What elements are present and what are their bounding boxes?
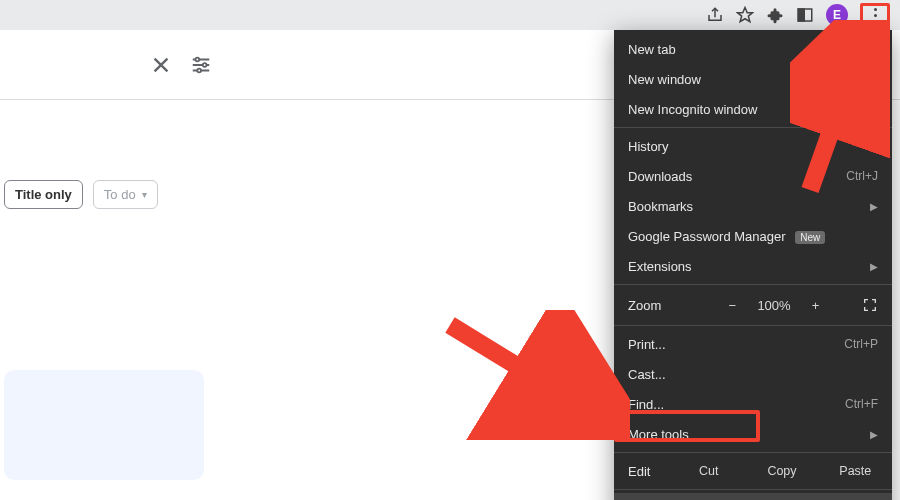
menu-text: Google Password Manager — [628, 229, 786, 244]
chevron-right-icon: ▶ — [870, 141, 878, 152]
menu-item-new-tab[interactable]: New tab Ctrl+T — [614, 34, 892, 64]
menu-label: Find... — [628, 397, 664, 412]
filter-label: To do — [104, 187, 136, 202]
star-icon[interactable] — [736, 6, 754, 24]
content-card — [4, 370, 204, 480]
svg-point-4 — [203, 63, 207, 67]
menu-shortcut: Ctrl+T — [845, 42, 878, 56]
menu-shortcut: Ctrl+P — [844, 337, 878, 351]
chrome-menu-button[interactable] — [860, 3, 890, 27]
menu-label: Extensions — [628, 259, 692, 274]
menu-shortcut: Ctrl+F — [845, 397, 878, 411]
menu-label: Zoom — [628, 298, 686, 313]
new-badge: New — [795, 231, 825, 244]
menu-label: Cast... — [628, 367, 666, 382]
svg-marker-0 — [738, 8, 753, 22]
chrome-menu: New tab Ctrl+T New window Ctrl+N New Inc… — [614, 30, 892, 500]
menu-label: New window — [628, 72, 701, 87]
svg-rect-2 — [798, 9, 804, 21]
menu-shortcut: Ctrl+N — [844, 72, 878, 86]
panel-icon[interactable] — [796, 6, 814, 24]
menu-item-more-tools[interactable]: More tools ▶ — [614, 419, 892, 449]
svg-line-6 — [450, 325, 605, 420]
browser-toolbar: E — [0, 0, 900, 30]
menu-label: New Incognito window — [628, 102, 757, 117]
menu-label: Print... — [628, 337, 666, 352]
menu-item-extensions[interactable]: Extensions ▶ — [614, 251, 892, 281]
menu-item-bookmarks[interactable]: Bookmarks ▶ — [614, 191, 892, 221]
filter-label: Title only — [15, 187, 72, 202]
chevron-right-icon: ▶ — [870, 201, 878, 212]
chevron-down-icon: ▾ — [142, 189, 147, 200]
filter-row: Title only To do ▾ — [4, 180, 158, 209]
fullscreen-icon[interactable] — [862, 297, 878, 313]
menu-label: Bookmarks — [628, 199, 693, 214]
menu-item-settings[interactable]: Settings — [614, 493, 892, 500]
profile-avatar[interactable]: E — [826, 4, 848, 26]
menu-label: Edit — [614, 464, 672, 479]
zoom-in-button[interactable]: + — [807, 298, 825, 313]
filter-title-only[interactable]: Title only — [4, 180, 83, 209]
menu-label: Google Password Manager New — [628, 229, 825, 244]
tune-sliders-icon[interactable] — [190, 54, 212, 76]
edit-paste-button[interactable]: Paste — [819, 464, 892, 478]
menu-separator — [614, 489, 892, 490]
chevron-right-icon: ▶ — [870, 261, 878, 272]
edit-cut-button[interactable]: Cut — [672, 464, 745, 478]
annotation-arrow-settings — [430, 310, 630, 440]
close-icon[interactable] — [150, 54, 172, 76]
menu-item-password-manager[interactable]: Google Password Manager New — [614, 221, 892, 251]
menu-item-zoom: Zoom − 100% + — [614, 288, 892, 322]
menu-label: New tab — [628, 42, 676, 57]
menu-separator — [614, 127, 892, 128]
menu-shortcut: Shift+N — [838, 102, 878, 116]
menu-item-incognito[interactable]: New Incognito window Shift+N — [614, 94, 892, 124]
zoom-value: 100% — [757, 298, 790, 313]
filter-todo-dropdown[interactable]: To do ▾ — [93, 180, 158, 209]
svg-point-3 — [196, 57, 200, 61]
menu-item-find[interactable]: Find... Ctrl+F — [614, 389, 892, 419]
share-icon[interactable] — [706, 6, 724, 24]
chevron-right-icon: ▶ — [870, 429, 878, 440]
menu-item-cast[interactable]: Cast... — [614, 359, 892, 389]
extensions-puzzle-icon[interactable] — [766, 6, 784, 24]
menu-separator — [614, 284, 892, 285]
menu-item-edit: Edit Cut Copy Paste — [614, 456, 892, 486]
menu-separator — [614, 452, 892, 453]
edit-copy-button[interactable]: Copy — [745, 464, 818, 478]
menu-item-new-window[interactable]: New window Ctrl+N — [614, 64, 892, 94]
menu-shortcut: Ctrl+J — [846, 169, 878, 183]
menu-label: History — [628, 139, 668, 154]
zoom-out-button[interactable]: − — [723, 298, 741, 313]
menu-item-print[interactable]: Print... Ctrl+P — [614, 329, 892, 359]
menu-separator — [614, 325, 892, 326]
menu-item-history[interactable]: History ▶ — [614, 131, 892, 161]
menu-label: Downloads — [628, 169, 692, 184]
menu-label: More tools — [628, 427, 689, 442]
svg-point-5 — [197, 68, 201, 72]
kebab-icon — [874, 6, 877, 24]
menu-item-downloads[interactable]: Downloads Ctrl+J — [614, 161, 892, 191]
